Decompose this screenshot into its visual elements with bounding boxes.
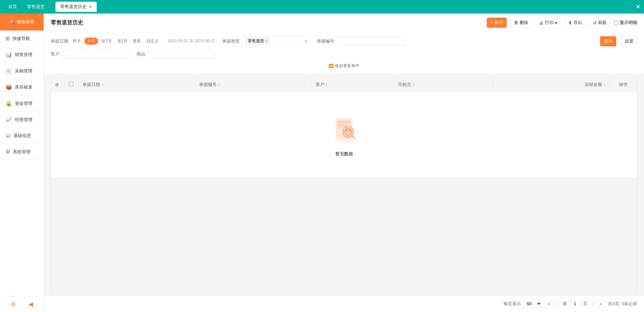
- sidebar-item-operation-label: 经营管理: [15, 117, 32, 123]
- sidebar-item-sales-mgmt-label: 销售管理: [15, 52, 32, 58]
- collapse-sidebar-icon[interactable]: ◀: [28, 300, 33, 308]
- sidebar-item-purchase-mgmt[interactable]: 🛒 采购管理: [0, 63, 44, 79]
- svg-rect-2: [337, 121, 351, 122]
- new-button[interactable]: + 新增: [487, 18, 507, 28]
- page-size-select: 每页显示 20 50 100: [503, 299, 542, 308]
- sales-mgmt-icon: 📊: [5, 51, 12, 58]
- sidebar-item-sales-mgmt[interactable]: 📊 销售管理: [0, 47, 44, 63]
- sidebar-item-system-mgmt[interactable]: ⚙ 系统管理: [0, 144, 44, 160]
- th-number-sortable[interactable]: 单据编号 ⇅: [199, 82, 307, 88]
- th-guide-label: 导购员: [398, 82, 411, 88]
- select-all-checkbox[interactable]: [69, 82, 73, 86]
- last-page-button[interactable]: »: [597, 300, 605, 308]
- th-guide: 导购员 ⇅: [394, 78, 493, 91]
- th-guide-sortable[interactable]: 导购员 ⇅: [398, 82, 489, 88]
- type-tag-remove[interactable]: ×: [265, 39, 268, 44]
- date-btn-yesterday[interactable]: 昨天: [71, 38, 83, 45]
- sidebar-item-finance[interactable]: 🔒 资金管理: [0, 95, 44, 112]
- date-btn-custom[interactable]: 自定义: [144, 38, 161, 45]
- th-action: 操作: [610, 78, 637, 91]
- filter-date: 单据日期 昨天 今天 近7天 近1月 更多 自定义: [51, 38, 161, 45]
- date-range-value: 2023-06-02 至 2023-06-02: [167, 38, 215, 44]
- th-action-label: 操作: [619, 82, 628, 87]
- page-number-input[interactable]: [568, 300, 582, 308]
- tab-home[interactable]: 首页: [3, 2, 22, 12]
- window-close-icon[interactable]: ✕: [636, 3, 641, 10]
- empty-illustration: [327, 112, 361, 146]
- tab-retail-return-history-close[interactable]: ✕: [89, 4, 92, 9]
- settings-icon[interactable]: ⚙: [10, 300, 16, 308]
- tab-retail-return[interactable]: 零售退货 ✕: [22, 2, 55, 12]
- toolbar: + 新增 🗑 删除 🖨 打印 ▾ ⬆ 导出 ↺ 刷新: [487, 18, 637, 28]
- system-mgmt-icon: ⚙: [5, 149, 10, 155]
- filter-row-2: 客户 ... 商品 ...: [51, 50, 637, 58]
- page-title: 零售退货历史: [51, 19, 83, 26]
- sidebar-item-operation[interactable]: 📈 经营管理: [0, 112, 44, 128]
- query-button[interactable]: 查询: [600, 36, 616, 46]
- first-page-button[interactable]: «: [545, 300, 553, 308]
- filter-date-range: 2023-06-02 至 2023-06-02: [167, 38, 215, 44]
- page-size-label: 每页显示: [503, 301, 521, 307]
- data-table: ⚙ 单据日期 ⇅: [51, 78, 637, 91]
- collapse-more-btn[interactable]: 🔼 收起更多条件: [51, 62, 637, 70]
- export-label: 导出: [573, 20, 582, 26]
- th-customer-sortable[interactable]: 客户 ⇅: [316, 82, 389, 88]
- date-btn-1month[interactable]: 近1月: [115, 38, 130, 45]
- purchase-mgmt-icon: 🛒: [5, 68, 12, 74]
- refresh-button[interactable]: ↺ 刷新: [589, 18, 611, 28]
- filter-number-input[interactable]: [337, 37, 405, 45]
- sidebar: 🔍 搜索菜单 ⊞ 快捷导航 📊 销售管理 🛒 采购管理 📦 库存核算 🔒: [0, 14, 44, 312]
- print-button[interactable]: 🖨 打印 ▾: [535, 18, 561, 28]
- tab-retail-return-history-label: 零售退货历史: [60, 4, 87, 10]
- tab-retail-return-close[interactable]: ✕: [47, 4, 50, 9]
- sidebar-item-inventory[interactable]: 📦 库存核算: [0, 79, 44, 95]
- content-area: 零售退货历史 + 新增 🗑 删除 🖨 打印 ▾ ⬆ 导出 ↺: [44, 14, 644, 312]
- filter-type-label: 单据类型: [222, 38, 240, 44]
- date-btn-7days[interactable]: 近7天: [99, 38, 114, 45]
- prev-page-button[interactable]: ‹: [554, 300, 561, 308]
- tab-retail-return-history[interactable]: 零售退货历史 ✕: [55, 2, 97, 12]
- th-date-sortable[interactable]: 单据日期 ⇅: [82, 82, 191, 88]
- number-sort-icon: ⇅: [218, 83, 220, 87]
- settings-button[interactable]: 设置: [621, 36, 637, 46]
- page-nav: « ‹ 第 页 › »: [545, 300, 604, 308]
- sidebar-search[interactable]: 🔍 搜索菜单: [0, 14, 44, 30]
- filter-customer-label: 客户: [51, 51, 59, 57]
- svg-rect-3: [337, 124, 348, 125]
- refresh-label: 刷新: [598, 20, 607, 26]
- th-customer-label: 客户: [316, 82, 325, 88]
- customer-placeholder: ...: [65, 51, 69, 57]
- filter-actions: 查询 设置: [600, 36, 637, 46]
- th-amount-sortable[interactable]: 实销金额 ⇅: [497, 82, 605, 88]
- gear-icon[interactable]: ⚙: [55, 82, 59, 87]
- filter-customer-select[interactable]: ...: [62, 50, 130, 58]
- show-detail-checkbox[interactable]: [614, 21, 618, 25]
- sidebar-item-quick-nav-label: 快捷导航: [13, 36, 30, 42]
- sidebar-bottom: ⚙ ◀: [0, 296, 44, 312]
- pagination-bar: 每页显示 20 50 100 « ‹ 第 页 › » 共0页, 0条记录: [44, 295, 644, 312]
- page-header: 零售退货历史 + 新增 🗑 删除 🖨 打印 ▾ ⬆ 导出 ↺: [44, 14, 644, 74]
- print-arrow-icon: ▾: [555, 20, 557, 25]
- svg-point-0: [334, 138, 354, 142]
- table-head: ⚙ 单据日期 ⇅: [51, 78, 637, 91]
- main-layout: 🔍 搜索菜单 ⊞ 快捷导航 📊 销售管理 🛒 采购管理 📦 库存核算 🔒: [0, 14, 644, 312]
- filter-type-select[interactable]: 零售退货 × ▾: [242, 36, 310, 46]
- collapse-icon: 🔼: [329, 64, 334, 68]
- guide-sort-icon: ⇅: [412, 83, 415, 87]
- sidebar-item-quick-nav[interactable]: ⊞ 快捷导航: [0, 30, 44, 47]
- page-size-dropdown[interactable]: 20 50 100: [523, 299, 542, 308]
- svg-point-9: [349, 130, 351, 132]
- th-amount-label: 实销金额: [585, 82, 602, 88]
- show-detail-checkbox-label[interactable]: 显示明细: [614, 20, 637, 26]
- date-btn-today[interactable]: 今天: [85, 38, 98, 45]
- date-btn-more[interactable]: 更多: [131, 38, 143, 45]
- next-page-button[interactable]: ›: [589, 300, 596, 308]
- filter-product-select[interactable]: ...: [148, 50, 216, 58]
- export-button[interactable]: ⬆ 导出: [565, 18, 586, 28]
- delete-button[interactable]: 🗑 删除: [510, 18, 532, 28]
- sidebar-item-basic-info[interactable]: 🗂 基础信息: [0, 128, 44, 144]
- date-sort-icon: ⇅: [101, 83, 104, 87]
- th-date-label: 单据日期: [82, 82, 100, 88]
- sidebar-search-label: 搜索菜单: [17, 19, 34, 25]
- page-summary: 共0页, 0条记录: [608, 301, 637, 307]
